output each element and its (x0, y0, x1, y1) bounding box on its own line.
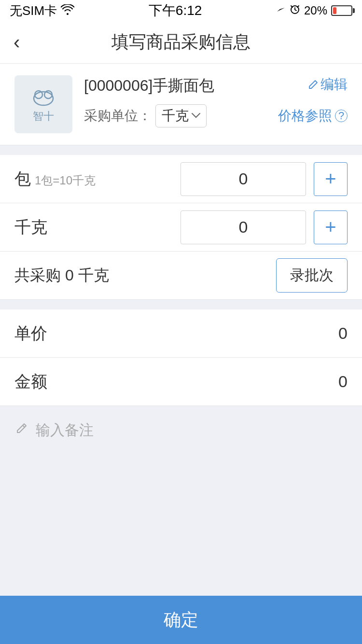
batch-button[interactable]: 录批次 (276, 258, 348, 293)
unit-price-label: 单价 (14, 322, 47, 345)
unit-label-text: 采购单位： (84, 107, 152, 125)
section-divider-2 (0, 300, 362, 309)
kg-input-right: + (72, 210, 348, 244)
edit-button[interactable]: 编辑 (308, 75, 348, 94)
kg-plus-button[interactable]: + (314, 210, 348, 244)
product-header: [0000006]手撕面包 编辑 (84, 75, 348, 97)
kg-qty-input[interactable] (181, 210, 306, 244)
bao-qty-input[interactable] (181, 162, 306, 196)
confirm-button-label: 确定 (164, 608, 198, 632)
kg-input-row: 千克 + (0, 203, 362, 252)
summary-text: 共采购 0 千克 (14, 265, 276, 286)
status-time: 下午6:12 (149, 1, 202, 20)
page-title: 填写商品采购信息 (111, 30, 251, 54)
bao-sublabel: 1包=10千克 (35, 174, 96, 187)
help-icon: ? (335, 110, 348, 122)
product-image: 智十 (14, 75, 72, 133)
confirm-button[interactable]: 确定 (0, 596, 362, 644)
remark-placeholder[interactable]: 输入备注 (36, 420, 94, 440)
wifi-icon (61, 3, 74, 18)
pencil-icon (14, 422, 28, 439)
carrier-text: 无SIM卡 (10, 2, 57, 19)
battery-icon (331, 5, 352, 16)
product-card: 智十 [0000006]手撕面包 编辑 采购单位： 千克 (0, 64, 362, 145)
unit-price-value: 0 (338, 324, 348, 343)
product-image-label: 智十 (33, 109, 54, 124)
nav-bar: ‹ 填写商品采购信息 (0, 21, 362, 64)
input-section: 包1包=10千克 + 千克 + (0, 155, 362, 252)
status-right: 20% (276, 4, 352, 17)
summary-row: 共采购 0 千克 录批次 (0, 252, 362, 300)
product-name: [0000006]手撕面包 (84, 75, 214, 97)
kg-label: 千克 (14, 216, 72, 238)
price-section: 单价 0 金额 0 (0, 309, 362, 406)
amount-row: 金额 0 (0, 358, 362, 406)
location-icon (276, 4, 286, 17)
bao-plus-button[interactable]: + (314, 162, 348, 196)
product-info: [0000006]手撕面包 编辑 采购单位： 千克 价格参照 (84, 75, 348, 127)
bao-label: 包1包=10千克 (14, 168, 96, 190)
unit-select[interactable]: 千克 (155, 104, 207, 127)
remark-section[interactable]: 输入备注 (0, 406, 362, 454)
battery-percentage: 20% (304, 4, 327, 17)
alarm-icon (290, 4, 300, 17)
status-bar: 无SIM卡 下午6:12 20% (0, 0, 362, 21)
product-unit-row: 采购单位： 千克 价格参照 ? (84, 104, 348, 127)
bao-input-row: 包1包=10千克 + (0, 155, 362, 203)
unit-price-row: 单价 0 (0, 309, 362, 358)
amount-label: 金额 (14, 371, 47, 393)
price-ref-button[interactable]: 价格参照 ? (278, 107, 348, 125)
bao-input-right: + (96, 162, 348, 196)
status-left: 无SIM卡 (10, 2, 74, 19)
amount-value: 0 (338, 372, 348, 391)
section-divider-1 (0, 145, 362, 155)
back-button[interactable]: ‹ (14, 31, 20, 53)
